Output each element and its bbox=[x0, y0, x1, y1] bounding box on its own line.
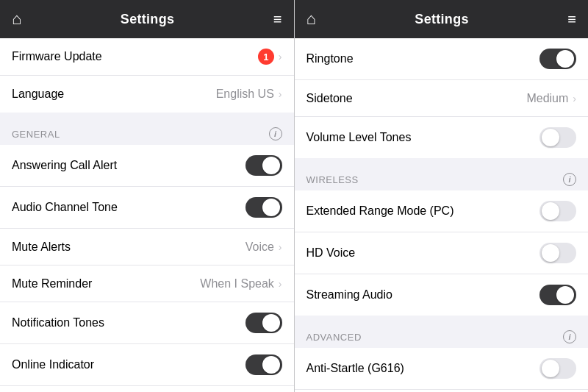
right-top-section: Ringtone Sidetone Medium › Volume Level … bbox=[295, 38, 589, 158]
general-section-group: Answering Call Alert Audio Channel Tone … bbox=[0, 145, 294, 392]
left-top-section: Firmware Update 1 › Language English US … bbox=[0, 38, 294, 113]
online-indicator-label: Online Indicator bbox=[12, 358, 94, 371]
left-menu-icon[interactable]: ≡ bbox=[273, 11, 282, 28]
ringtone-toggle[interactable] bbox=[539, 49, 576, 69]
audio-channel-toggle[interactable] bbox=[245, 197, 282, 218]
online-indicator-toggle-knob bbox=[262, 356, 280, 374]
ringtone-row[interactable]: Ringtone bbox=[295, 38, 589, 80]
mute-reminder-value: When I Speak bbox=[200, 277, 274, 291]
firmware-right: 1 › bbox=[258, 49, 282, 65]
mute-alerts-chevron: › bbox=[279, 241, 282, 253]
audio-channel-row[interactable]: Audio Channel Tone bbox=[0, 187, 294, 229]
online-indicator-row[interactable]: Online Indicator bbox=[0, 344, 294, 386]
firmware-chevron: › bbox=[279, 51, 282, 63]
audio-channel-label: Audio Channel Tone bbox=[12, 201, 118, 214]
answering-call-toggle[interactable] bbox=[245, 155, 282, 176]
left-content: Firmware Update 1 › Language English US … bbox=[0, 38, 294, 392]
extended-range-label: Extended Range Mode (PC) bbox=[306, 204, 454, 218]
extended-range-toggle[interactable] bbox=[539, 201, 576, 221]
notification-tones-toggle[interactable] bbox=[245, 313, 282, 333]
audio-channel-toggle-knob bbox=[262, 199, 280, 216]
streaming-audio-toggle[interactable] bbox=[539, 285, 576, 305]
mute-alerts-value: Voice bbox=[245, 240, 274, 254]
right-menu-icon[interactable]: ≡ bbox=[567, 11, 576, 28]
left-panel: ⌂ Settings ≡ Firmware Update 1 › Languag… bbox=[0, 0, 294, 392]
second-incoming-row[interactable]: Second Incoming Call Ring once › bbox=[0, 386, 294, 392]
volume-level-toggle[interactable] bbox=[539, 127, 576, 148]
hd-voice-row[interactable]: HD Voice bbox=[295, 232, 589, 274]
right-home-icon[interactable]: ⌂ bbox=[306, 10, 316, 29]
firmware-badge: 1 bbox=[258, 49, 274, 65]
notification-tones-toggle-knob bbox=[262, 314, 280, 332]
left-home-icon[interactable]: ⌂ bbox=[12, 10, 21, 29]
firmware-label: Firmware Update bbox=[12, 50, 102, 63]
volume-level-toggle-knob bbox=[542, 129, 559, 146]
extended-range-row[interactable]: Extended Range Mode (PC) bbox=[295, 190, 589, 232]
extended-range-toggle-knob bbox=[542, 202, 559, 220]
mute-reminder-row[interactable]: Mute Reminder When I Speak › bbox=[0, 266, 294, 302]
advanced-section-title: ADVANCED bbox=[306, 332, 362, 343]
general-info-icon[interactable]: i bbox=[269, 127, 282, 140]
sidetone-right: Medium › bbox=[526, 92, 576, 105]
wireless-section-header: WIRELESS i bbox=[295, 158, 589, 190]
sidetone-value: Medium bbox=[526, 92, 568, 105]
hd-voice-toggle-knob bbox=[542, 244, 559, 262]
mute-reminder-chevron: › bbox=[279, 278, 282, 290]
language-right: English US › bbox=[216, 88, 282, 101]
language-row[interactable]: Language English US › bbox=[0, 76, 294, 113]
advanced-info-icon[interactable]: i bbox=[563, 330, 576, 343]
volume-level-row[interactable]: Volume Level Tones bbox=[295, 117, 589, 158]
advanced-section-header: ADVANCED i bbox=[295, 316, 589, 348]
general-section-header: GENERAL i bbox=[0, 113, 294, 145]
notification-tones-label: Notification Tones bbox=[12, 316, 104, 329]
mute-reminder-right: When I Speak › bbox=[200, 277, 282, 291]
firmware-row[interactable]: Firmware Update 1 › bbox=[0, 38, 294, 76]
mute-alerts-right: Voice › bbox=[245, 240, 282, 254]
ringtone-label: Ringtone bbox=[306, 52, 354, 65]
wireless-section-group: Extended Range Mode (PC) HD Voice Stream… bbox=[295, 190, 589, 316]
answering-call-label: Answering Call Alert bbox=[12, 159, 117, 172]
right-panel-title: Settings bbox=[415, 12, 468, 27]
left-header: ⌂ Settings ≡ bbox=[0, 0, 294, 38]
mute-reminder-label: Mute Reminder bbox=[12, 277, 92, 291]
advanced-section-group: Anti-Startle (G616) Noise Exposure Not L… bbox=[295, 348, 589, 392]
right-header: ⌂ Settings ≡ bbox=[295, 0, 589, 38]
left-panel-title: Settings bbox=[121, 12, 174, 27]
anti-startle-toggle[interactable] bbox=[539, 358, 576, 379]
anti-startle-label: Anti-Startle (G616) bbox=[306, 362, 404, 375]
notification-tones-row[interactable]: Notification Tones bbox=[0, 302, 294, 344]
hd-voice-label: HD Voice bbox=[306, 246, 356, 260]
ringtone-toggle-knob bbox=[556, 50, 574, 68]
language-label: Language bbox=[12, 88, 64, 101]
online-indicator-toggle[interactable] bbox=[245, 354, 282, 375]
anti-startle-toggle-knob bbox=[542, 360, 559, 377]
wireless-info-icon[interactable]: i bbox=[563, 173, 576, 186]
sidetone-label: Sidetone bbox=[306, 92, 353, 105]
sidetone-chevron: › bbox=[573, 93, 576, 104]
mute-alerts-label: Mute Alerts bbox=[12, 240, 71, 254]
mute-alerts-row[interactable]: Mute Alerts Voice › bbox=[0, 229, 294, 266]
streaming-audio-toggle-knob bbox=[556, 286, 574, 304]
hd-voice-toggle[interactable] bbox=[539, 243, 576, 263]
language-chevron: › bbox=[279, 88, 282, 100]
wireless-section-title: WIRELESS bbox=[306, 174, 359, 185]
streaming-audio-label: Streaming Audio bbox=[306, 288, 392, 302]
right-content: Ringtone Sidetone Medium › Volume Level … bbox=[295, 38, 589, 392]
volume-level-label: Volume Level Tones bbox=[306, 131, 412, 144]
anti-startle-row[interactable]: Anti-Startle (G616) bbox=[295, 348, 589, 390]
language-value: English US bbox=[216, 88, 274, 101]
general-section-title: GENERAL bbox=[12, 129, 60, 140]
sidetone-row[interactable]: Sidetone Medium › bbox=[295, 80, 589, 117]
answering-call-toggle-knob bbox=[262, 157, 280, 174]
right-panel: ⌂ Settings ≡ Ringtone Sidetone Medium bbox=[295, 0, 589, 392]
answering-call-row[interactable]: Answering Call Alert bbox=[0, 145, 294, 187]
streaming-audio-row[interactable]: Streaming Audio bbox=[295, 274, 589, 316]
